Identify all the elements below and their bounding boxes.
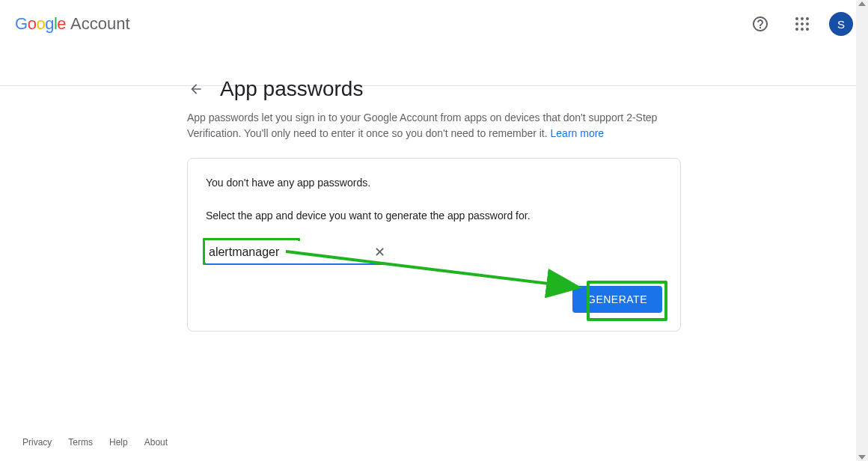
logo-section: Google Account: [15, 14, 130, 34]
no-passwords-text: You don't have any app passwords.: [206, 177, 662, 189]
back-button[interactable]: [187, 80, 205, 98]
account-label: Account: [70, 14, 130, 34]
footer-terms[interactable]: Terms: [68, 437, 93, 448]
google-logo: Google: [15, 14, 66, 34]
footer-privacy[interactable]: Privacy: [22, 437, 52, 448]
page-description: App passwords let you sign in to your Go…: [187, 110, 681, 141]
divider: [0, 85, 868, 86]
main-content: App passwords App passwords let you sign…: [187, 110, 681, 332]
avatar[interactable]: S: [829, 12, 853, 36]
header-actions: S: [745, 9, 853, 39]
scroll-down-icon: [858, 455, 866, 460]
generate-button[interactable]: GENERATE: [572, 286, 662, 313]
button-row: GENERATE: [206, 286, 662, 313]
title-row: App passwords: [187, 77, 363, 101]
scroll-up-icon: [858, 1, 866, 6]
apps-icon[interactable]: [787, 9, 817, 39]
input-row: ✕: [206, 241, 391, 265]
clear-icon[interactable]: ✕: [374, 244, 385, 260]
page-title: App passwords: [220, 77, 363, 101]
learn-more-link[interactable]: Learn more: [551, 127, 605, 139]
select-prompt: Select the app and device you want to ge…: [206, 210, 662, 222]
footer-help[interactable]: Help: [109, 437, 128, 448]
header: Google Account S: [0, 0, 868, 45]
footer-about[interactable]: About: [144, 437, 168, 448]
help-icon[interactable]: [745, 9, 775, 39]
app-passwords-card: You don't have any app passwords. Select…: [187, 158, 681, 332]
scrollbar[interactable]: [856, 0, 868, 461]
app-name-input[interactable]: [206, 241, 391, 265]
footer: Privacy Terms Help About: [22, 437, 168, 448]
